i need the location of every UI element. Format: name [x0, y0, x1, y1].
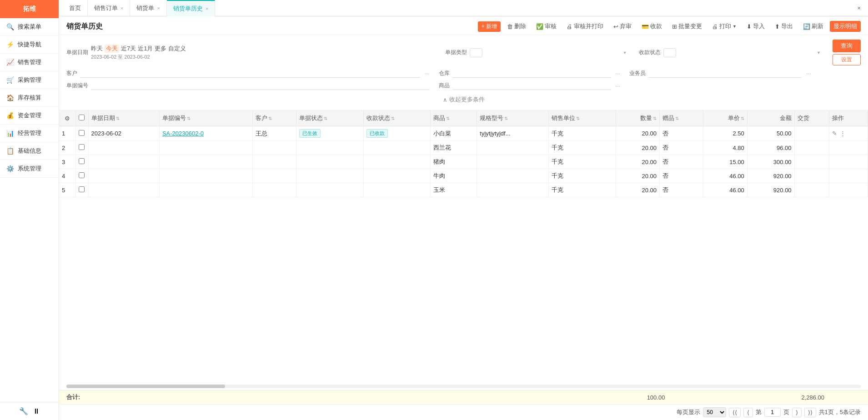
- refresh-button[interactable]: 🔄 刷新: [799, 21, 827, 32]
- delete-button[interactable]: 🗑 删除: [503, 21, 530, 32]
- row-checkbox[interactable]: [75, 155, 88, 169]
- row-transaction: [794, 126, 829, 141]
- tab-sales-order-close[interactable]: ×: [120, 5, 123, 11]
- tab-sales-goods-close[interactable]: ×: [157, 5, 160, 11]
- sidebar-bottom: 🔧 ⏸: [0, 402, 59, 420]
- customer-picker[interactable]: ···: [425, 70, 429, 77]
- edit-btn-0[interactable]: ✎: [832, 130, 837, 137]
- sidebar-item-inventory[interactable]: 🏠 库存核算: [0, 89, 59, 107]
- page-size-select[interactable]: 50 100 200: [703, 407, 726, 417]
- collapse-button[interactable]: ∧ 收起更多条件: [441, 94, 487, 105]
- row-doc-date: [88, 169, 159, 183]
- total-info: 共1页，5条记录: [819, 408, 861, 416]
- prev-page-button[interactable]: ⟨: [743, 408, 753, 417]
- status-badge: 已收款: [366, 129, 388, 138]
- setting-button[interactable]: 设置: [833, 54, 861, 65]
- row-checkbox-2[interactable]: [79, 158, 85, 164]
- query-button[interactable]: 查询: [833, 40, 861, 52]
- shortcut-yesterday[interactable]: 昨天: [91, 45, 103, 53]
- row-checkbox[interactable]: [75, 126, 88, 141]
- sidebar-item-system-mgmt[interactable]: ⚙️ 系统管理: [0, 160, 59, 178]
- audit-print-button[interactable]: 🖨 审核并打印: [563, 21, 607, 32]
- table-row: 4牛肉千克20.00否46.00920.00: [59, 169, 868, 183]
- shortcut-today[interactable]: 今天: [105, 45, 119, 53]
- sidebar-item-search-menu[interactable]: 🔍 搜索菜单: [0, 18, 59, 36]
- row-unit: 千克: [549, 126, 616, 141]
- sidebar-item-finance[interactable]: 💰 资金管理: [0, 107, 59, 125]
- tab-sales-goods[interactable]: 销货单 ×: [130, 0, 166, 16]
- new-button[interactable]: + 新增: [478, 21, 501, 32]
- row-checkbox-1[interactable]: [79, 144, 85, 150]
- col-doc-no: 单据编号⇅: [159, 110, 252, 126]
- goods-picker[interactable]: ···: [616, 83, 620, 89]
- batch-change-button[interactable]: ⊞ 批量变更: [668, 21, 706, 32]
- shortcut-custom[interactable]: 自定义: [168, 45, 186, 53]
- shortcut-1month[interactable]: 近1月: [138, 45, 153, 53]
- row-gift: 否: [660, 183, 703, 197]
- row-amount: 920.00: [747, 169, 794, 183]
- page-number-input[interactable]: [764, 408, 781, 417]
- doc-no-link[interactable]: SA-20230602-0: [162, 130, 204, 137]
- sidebar-item-label: 基础信息: [18, 147, 41, 155]
- last-page-button[interactable]: ⟩⟩: [804, 408, 816, 417]
- print-button[interactable]: 🖨 打印 ▼: [708, 21, 740, 32]
- first-page-button[interactable]: ⟨⟨: [729, 408, 741, 417]
- row-goods: 西兰花: [431, 141, 477, 155]
- col-gift: 赠品⇅: [660, 110, 703, 126]
- row-customer: [252, 183, 296, 197]
- shortcut-7days[interactable]: 近7天: [121, 45, 136, 53]
- abandon-button[interactable]: ↩ 弃审: [610, 21, 635, 32]
- sidebar-item-basic-info[interactable]: 📋 基础信息: [0, 142, 59, 160]
- row-unit: 千克: [549, 155, 616, 169]
- row-checkbox-3[interactable]: [79, 172, 85, 178]
- tab-sales-history[interactable]: 销货单历史 ×: [167, 0, 215, 16]
- shortcut-more[interactable]: 更多: [155, 45, 166, 53]
- pause-icon[interactable]: ⏸: [33, 407, 40, 415]
- warehouse-picker[interactable]: ···: [616, 70, 620, 77]
- staff-input[interactable]: [648, 69, 802, 78]
- goods-input[interactable]: [452, 81, 611, 90]
- show-detail-button[interactable]: 显示明细: [830, 21, 861, 32]
- customer-input[interactable]: [80, 69, 420, 78]
- next-page-button[interactable]: ⟩: [792, 408, 802, 417]
- col-unit-price: 单价⇅: [703, 110, 747, 126]
- finance-icon: 💰: [6, 112, 14, 119]
- collect-icon: 💳: [642, 23, 649, 30]
- row-doc-status: [296, 183, 364, 197]
- tab-sales-history-close[interactable]: ×: [206, 6, 208, 11]
- close-all-tabs[interactable]: ×: [853, 5, 864, 11]
- audit-button[interactable]: ✅ 审核: [532, 21, 560, 32]
- row-checkbox-0[interactable]: [79, 130, 85, 136]
- operations-icon: 📊: [6, 130, 14, 137]
- row-checkbox-4[interactable]: [79, 186, 85, 192]
- import-button[interactable]: ⬇ 导入: [743, 21, 768, 32]
- collect-button[interactable]: 💳 收款: [638, 21, 666, 32]
- tab-home[interactable]: 首页: [63, 0, 88, 16]
- select-all-checkbox[interactable]: [79, 115, 85, 120]
- sidebar-item-sales-mgmt[interactable]: 📈 销售管理: [0, 54, 59, 71]
- sidebar-logo: 拓维: [0, 0, 59, 18]
- staff-picker[interactable]: ···: [806, 70, 811, 77]
- col-settings[interactable]: ⚙: [59, 110, 75, 126]
- audit-print-icon: 🖨: [567, 23, 572, 30]
- more-btn-0[interactable]: ⋮: [840, 130, 846, 137]
- sidebar-item-quick-nav[interactable]: ⚡ 快捷导航: [0, 36, 59, 54]
- horizontal-scrollbar[interactable]: [59, 383, 868, 390]
- row-doc-no: [159, 155, 252, 169]
- sidebar-item-label: 销售管理: [18, 58, 41, 66]
- row-doc-status: [296, 141, 364, 155]
- export-button[interactable]: ⬆ 导出: [771, 21, 797, 32]
- row-checkbox[interactable]: [75, 141, 88, 155]
- doc-type-select[interactable]: [470, 48, 482, 57]
- sidebar-item-operations[interactable]: 📊 经营管理: [0, 125, 59, 142]
- doc-no-input[interactable]: [91, 81, 430, 90]
- settings-icon[interactable]: 🔧: [19, 407, 28, 415]
- payment-status-select[interactable]: [663, 48, 676, 57]
- tab-sales-order[interactable]: 销售订单 ×: [88, 0, 130, 16]
- row-doc-no[interactable]: SA-20230602-0: [159, 126, 252, 141]
- warehouse-input[interactable]: [452, 69, 611, 78]
- row-doc-status: 已生效: [296, 126, 364, 141]
- sidebar-item-purchase-mgmt[interactable]: 🛒 采购管理: [0, 71, 59, 89]
- row-checkbox[interactable]: [75, 169, 88, 183]
- row-checkbox[interactable]: [75, 183, 88, 197]
